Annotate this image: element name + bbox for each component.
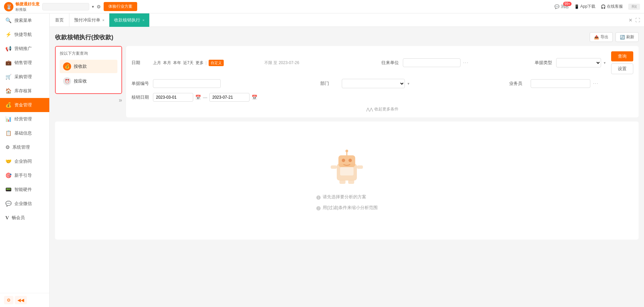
filter-row-1: 日期 上月 本月 本年 近7天 更多 | 自定义 不限 至 2: [131, 51, 633, 74]
sidebar-item-inventory[interactable]: 🏠 库存核算: [0, 84, 49, 98]
filter-row-3: 核销日期 📅 — 📅: [131, 93, 633, 102]
doc-type-select[interactable]: [556, 58, 601, 67]
guide-icon: 🎯: [5, 172, 12, 178]
sidebar-item-system[interactable]: ⚙ 系统管理: [0, 140, 49, 154]
cancel-date-start-input[interactable]: [153, 93, 193, 102]
dropdown-icon[interactable]: ▾: [92, 4, 94, 9]
doc-no-field: 单据编号: [131, 79, 221, 88]
date-this-month[interactable]: 本月: [163, 60, 171, 66]
collab-icon: 🤝: [5, 158, 12, 164]
logo-icon: 🐰: [4, 2, 13, 11]
svg-point-5: [345, 150, 348, 152]
sidebar-settings-button[interactable]: ⚙: [4, 296, 13, 304]
close-window-icon[interactable]: ✕: [629, 17, 633, 23]
export-button[interactable]: 📤 导出: [590, 32, 613, 42]
ops-icon: 📊: [5, 116, 12, 122]
svg-rect-10: [340, 167, 354, 175]
date-this-year[interactable]: 本年: [173, 60, 181, 66]
calendar-end-icon[interactable]: 📅: [252, 95, 257, 100]
empty-tip-1: ❶ 请先选择要分析的方案: [316, 193, 377, 203]
message-icon: 💬: [554, 4, 559, 9]
company-input[interactable]: [42, 3, 89, 10]
tab-receipt-cancel-close[interactable]: ×: [142, 18, 144, 22]
tab-prepay-close[interactable]: ×: [102, 18, 104, 22]
dept-label: 部门: [320, 81, 339, 87]
sidebar-item-search-menu[interactable]: 🔍 搜索菜单: [0, 13, 49, 28]
filter-sidebar-collapse[interactable]: »: [55, 97, 122, 104]
dept-select[interactable]: [342, 79, 405, 88]
doc-type-field: 单据类型 ▾: [535, 58, 606, 67]
settings-button[interactable]: 设置: [611, 63, 633, 74]
tab-home[interactable]: 首页: [50, 13, 69, 27]
tab-prepay-label: 预付冲应付单: [74, 17, 100, 23]
sidebar-item-purchase[interactable]: 🛒 采购管理: [0, 70, 49, 84]
filter-option-by-payable[interactable]: ⏰ 按应收: [60, 74, 117, 88]
finance-icon: 💰: [5, 102, 12, 108]
quick-nav-icon: ⚡: [5, 32, 12, 38]
empty-tips: ❶ 请先选择要分析的方案 ❷ 用[过滤]条件来缩小分析范围: [316, 193, 377, 214]
sidebar-item-wechat[interactable]: 💬 企业微信: [0, 197, 49, 211]
date-label: 日期: [131, 60, 150, 66]
tab-prepay[interactable]: 预付冲应付单 ×: [69, 13, 109, 27]
sidebar-item-ops[interactable]: 📊 经营管理: [0, 112, 49, 126]
date-last-month[interactable]: 上月: [153, 60, 161, 66]
marketing-icon: 📢: [5, 46, 12, 52]
svg-rect-9: [357, 165, 363, 169]
sidebar: 🔍 搜索菜单 ⚡ 快捷导航 📢 营销推广 💼 销售管理 🛒 采购管理 🏠 库存核…: [0, 13, 50, 307]
empty-illustration: [327, 147, 367, 187]
app-name: 畅捷通好生意 标推版: [15, 1, 40, 12]
sidebar-item-member[interactable]: V 畅会员: [0, 211, 49, 225]
sidebar-item-collab[interactable]: 🤝 企业协同: [0, 154, 49, 168]
sidebar-item-sales[interactable]: 💼 销售管理: [0, 56, 49, 70]
date-shortcuts: 上月 本月 本年 近7天 更多 | 自定义: [153, 60, 224, 66]
staff-input[interactable]: [531, 79, 590, 88]
message-button[interactable]: 💬 消息 99+: [554, 4, 569, 9]
sidebar-item-guide[interactable]: 🎯 新手引导: [0, 168, 49, 183]
sidebar-item-finance[interactable]: 💰 资金管理: [0, 98, 49, 112]
partner-input[interactable]: [403, 58, 461, 67]
page-content: 收款核销执行(按收款) 📤 导出 🔄 刷新 按以: [50, 27, 644, 307]
collapse-more-button[interactable]: ⋀⋀ 收起更多条件: [366, 106, 398, 112]
export-icon: 📤: [594, 35, 599, 40]
sidebar-label-wechat: 企业微信: [14, 201, 32, 207]
refresh-button[interactable]: 🔄 刷新: [615, 32, 639, 42]
sidebar-item-hardware[interactable]: 📟 智能硬件: [0, 183, 49, 197]
user-menu[interactable]: Rit: [628, 4, 640, 10]
partner-more-icon[interactable]: ···: [463, 60, 469, 66]
sidebar-bottom: ⚙ ◀◀: [0, 293, 49, 307]
tip-num-2: ❷: [316, 203, 321, 214]
sidebar-collapse-button[interactable]: ◀◀: [15, 296, 27, 304]
date-sep: |: [206, 60, 207, 65]
sidebar-item-quick-nav[interactable]: ⚡ 快捷导航: [0, 28, 49, 42]
date-last-7-days[interactable]: 近7天: [183, 60, 194, 66]
date-custom-badge[interactable]: 自定义: [209, 60, 224, 66]
app-download-button[interactable]: 📱 App下载: [574, 4, 595, 9]
expand-window-icon[interactable]: ⛶: [635, 17, 640, 23]
refresh-icon: 🔄: [620, 35, 625, 40]
cancel-date-end-input[interactable]: [209, 93, 250, 102]
tab-receipt-cancel[interactable]: 收款核销执行 ×: [109, 13, 149, 27]
tip-text-1: 请先选择要分析的方案: [323, 193, 366, 201]
date-field: 日期 上月 本月 本年 近7天 更多 | 自定义: [131, 60, 259, 66]
solution-button[interactable]: 体验行业方案: [104, 2, 137, 11]
tab-window-buttons: ✕ ⛶: [625, 17, 644, 23]
doc-no-input[interactable]: [153, 79, 221, 88]
sidebar-label-hardware: 智能硬件: [14, 187, 32, 193]
sidebar-item-marketing[interactable]: 📢 营销推广: [0, 42, 49, 56]
content-main: ❶ 请先选择要分析的方案 ❷ 用[过滤]条件来缩小分析范围: [55, 121, 639, 240]
online-service-button[interactable]: 🎧 在线客服: [601, 4, 623, 9]
staff-more-icon[interactable]: ···: [593, 81, 598, 87]
query-button[interactable]: 查询: [611, 51, 633, 61]
sidebar-label-ops: 经营管理: [14, 116, 32, 122]
message-badge: 99+: [563, 2, 572, 6]
sidebar-label-marketing: 营销推广: [14, 46, 32, 52]
calendar-start-icon[interactable]: 📅: [195, 95, 201, 100]
date-more[interactable]: 更多: [196, 60, 204, 66]
gear-icon[interactable]: ⚙: [97, 4, 101, 9]
sidebar-item-basic[interactable]: 📋 基础信息: [0, 126, 49, 140]
query-button-container: 查询 设置: [611, 51, 633, 74]
svg-point-3: [348, 159, 352, 162]
topbar-right: 💬 消息 99+ 📱 App下载 🎧 在线客服 Rit: [554, 4, 640, 10]
filter-option-by-receipt[interactable]: 💰 按收款: [60, 60, 117, 73]
sidebar-label-finance: 资金管理: [14, 102, 32, 108]
